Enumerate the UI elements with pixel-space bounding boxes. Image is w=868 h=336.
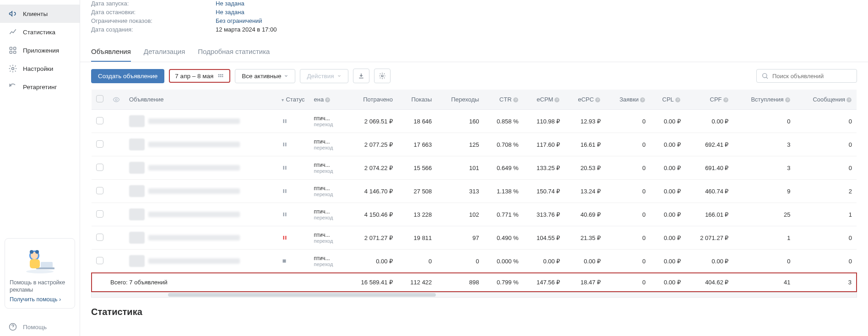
status-toggle[interactable] xyxy=(277,250,309,273)
cell-cpl: 0.00 ₽ xyxy=(650,250,685,273)
col-spent[interactable]: Потрачено xyxy=(345,90,397,110)
actions-dropdown[interactable]: Действия xyxy=(300,69,348,83)
tab-ads[interactable]: Объявления xyxy=(91,41,131,62)
table-row[interactable]: птич...переход2 069.51 ₽18 6461600.858 %… xyxy=(92,110,857,133)
select-all-checkbox[interactable] xyxy=(96,95,103,102)
row-checkbox[interactable] xyxy=(96,234,103,241)
col-ctr[interactable]: CTR? xyxy=(483,90,523,110)
settings-button[interactable] xyxy=(374,69,391,83)
stats-heading: Статистика xyxy=(80,298,868,317)
svg-rect-42 xyxy=(286,119,287,123)
sidebar-item-settings[interactable]: Настройки xyxy=(0,59,80,78)
col-cpf[interactable]: CPF? xyxy=(685,90,733,110)
status-toggle[interactable] xyxy=(277,156,309,180)
table-row[interactable]: птич...переход2 071.27 ₽19 811970.490 %1… xyxy=(92,226,857,250)
download-button[interactable] xyxy=(353,69,369,83)
meta-value-start-date[interactable]: Не задана xyxy=(216,0,244,7)
col-ad[interactable]: Объявление xyxy=(125,90,277,110)
sidebar-item-clients[interactable]: Клиенты xyxy=(0,5,80,23)
row-checkbox[interactable] xyxy=(96,187,103,194)
col-messages[interactable]: Сообщения? xyxy=(795,90,857,110)
totals-ecpm: 147.56 ₽ xyxy=(523,273,565,292)
row-checkbox[interactable] xyxy=(96,257,103,264)
cell-ecpm: 313.76 ₽ xyxy=(523,203,565,226)
cell-clicks: 125 xyxy=(436,133,483,156)
meta-value-stop-date[interactable]: Не задана xyxy=(216,9,244,16)
row-checkbox[interactable] xyxy=(96,164,103,171)
meta-label: Ограничение показов: xyxy=(91,17,210,24)
cell-impressions: 0 xyxy=(397,250,436,273)
refresh-icon xyxy=(8,82,17,91)
ad-name[interactable] xyxy=(148,258,240,264)
ad-thumbnail xyxy=(129,255,145,267)
help-box-link[interactable]: Получить помощь xyxy=(10,296,70,303)
ad-name[interactable] xyxy=(148,235,240,240)
ad-name[interactable] xyxy=(148,142,240,147)
cell-requests: 0 xyxy=(605,133,650,156)
date-range-picker[interactable]: 7 апр – 8 мая xyxy=(169,69,230,83)
status-toggle[interactable] xyxy=(277,180,309,203)
svg-point-4 xyxy=(12,68,14,70)
ad-name[interactable] xyxy=(148,118,240,124)
cell-ctr: 0.649 % xyxy=(483,156,523,180)
totals-row: Всего: 7 объявлений 16 589.41 ₽ 112 422 … xyxy=(92,273,857,292)
search-input-container[interactable] xyxy=(756,69,857,83)
status-toggle[interactable] xyxy=(277,226,309,250)
col-impressions[interactable]: Показы xyxy=(397,90,436,110)
status-toggle[interactable] xyxy=(277,133,309,156)
cell-ecpc: 16.61 ₽ xyxy=(564,133,605,156)
search-input[interactable] xyxy=(772,73,852,80)
sidebar-help-footer[interactable]: Помощь xyxy=(0,318,80,336)
cell-messages: 0 xyxy=(795,133,857,156)
svg-rect-17 xyxy=(218,76,220,77)
ad-name[interactable] xyxy=(148,212,240,217)
sidebar-item-apps[interactable]: Приложения xyxy=(0,41,80,59)
price-cell: птич...переход xyxy=(309,226,346,250)
col-ecpm[interactable]: eCPM? xyxy=(523,90,565,110)
col-price[interactable]: ена? xyxy=(309,90,346,110)
ad-thumbnail xyxy=(129,232,145,244)
create-ad-button[interactable]: Создать объявление xyxy=(91,69,164,83)
tab-detail[interactable]: Детализация xyxy=(144,41,185,62)
sidebar-item-stats[interactable]: Статистика xyxy=(0,23,80,41)
sidebar-item-retargeting[interactable]: Ретаргетинг xyxy=(0,78,80,96)
toolbar: Создать объявление 7 апр – 8 мая Все акт… xyxy=(80,62,868,90)
svg-point-5 xyxy=(26,270,54,273)
svg-rect-41 xyxy=(283,119,284,123)
table-row[interactable]: птич...переход2 077.25 ₽17 6631250.708 %… xyxy=(92,133,857,156)
status-toggle[interactable] xyxy=(277,203,309,226)
table-row[interactable]: птич...переход4 150.46 ₽13 2281020.771 %… xyxy=(92,203,857,226)
cell-cpf: 0.00 ₽ xyxy=(685,110,733,133)
filter-dropdown[interactable]: Все активные xyxy=(235,69,295,83)
meta-label: Дата остановки: xyxy=(91,9,210,16)
col-clicks[interactable]: Переходы xyxy=(436,90,483,110)
status-toggle[interactable] xyxy=(277,110,309,133)
cell-spent: 0.00 ₽ xyxy=(345,250,397,273)
row-checkbox[interactable] xyxy=(96,210,103,218)
chart-icon xyxy=(8,27,17,37)
col-requests[interactable]: Заявки? xyxy=(605,90,650,110)
meta-value-impression-limit[interactable]: Без ограничений xyxy=(216,17,262,24)
help-box-title: Помощь в настройке рекламы xyxy=(10,279,70,294)
table-row[interactable]: птич...переход2 074.22 ₽15 5661010.649 %… xyxy=(92,156,857,180)
chevron-down-icon xyxy=(337,74,342,78)
horizontal-scrollbar[interactable] xyxy=(91,292,857,298)
ad-name[interactable] xyxy=(148,188,240,194)
table-row[interactable]: птич...переход0.00 ₽000.000 %0.00 ₽0.00 … xyxy=(92,250,857,273)
sidebar: Клиенты Статистика Приложения Настройки … xyxy=(0,0,80,336)
ad-thumbnail xyxy=(129,115,145,127)
tab-detailed-stats[interactable]: Подробная статистика xyxy=(198,41,270,62)
row-checkbox[interactable] xyxy=(96,140,103,148)
table-row[interactable]: птич...переход4 146.70 ₽27 5083131.138 %… xyxy=(92,180,857,203)
cell-cpl: 0.00 ₽ xyxy=(650,133,685,156)
row-checkbox[interactable] xyxy=(96,117,103,124)
ad-name[interactable] xyxy=(148,165,240,171)
svg-rect-0 xyxy=(10,47,12,49)
col-cpl[interactable]: CPL? xyxy=(650,90,685,110)
col-status[interactable]: ▾Статус xyxy=(277,90,309,110)
col-joins[interactable]: Вступления? xyxy=(733,90,795,110)
col-ecpc[interactable]: eCPC? xyxy=(564,90,605,110)
svg-rect-10 xyxy=(30,259,40,268)
ad-thumbnail xyxy=(129,208,145,220)
svg-text:?: ? xyxy=(787,98,788,102)
